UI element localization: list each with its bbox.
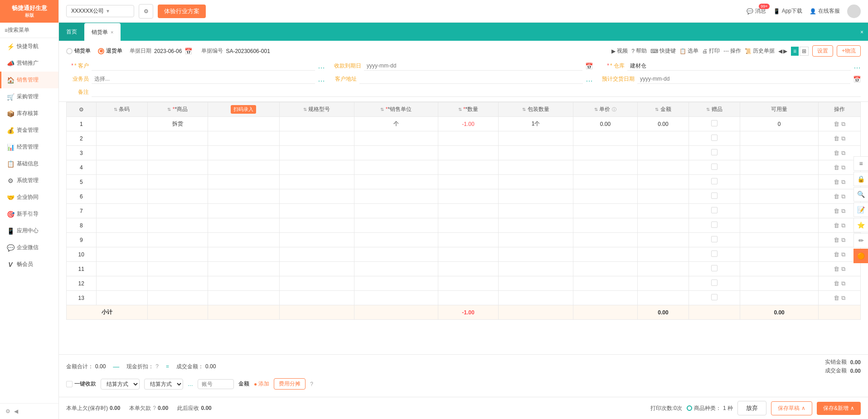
close-tab-icon[interactable]: ×: [111, 29, 113, 35]
gift-checkbox-11[interactable]: [711, 265, 718, 271]
cash-discount-dash[interactable]: —: [113, 363, 119, 370]
gift-checkbox-1[interactable]: [711, 120, 718, 126]
sort-pkg[interactable]: ⇅: [522, 107, 526, 112]
sort-spec[interactable]: ⇅: [303, 107, 307, 112]
customer-dots-icon[interactable]: …: [318, 62, 325, 70]
chevron-icon-orange[interactable]: ∧: [850, 405, 854, 411]
row-qty-2[interactable]: [438, 131, 498, 146]
delete-row-icon-7[interactable]: 🗑: [834, 207, 839, 214]
row-gift-2[interactable]: [689, 131, 740, 146]
delete-row-icon-10[interactable]: 🗑: [834, 251, 839, 258]
row-spec-1[interactable]: [279, 117, 354, 131]
right-float-btn-7[interactable]: 🟠: [853, 249, 868, 263]
sidebar-item-ops-mgmt[interactable]: 📊 经营管理: [0, 139, 58, 155]
warehouse-input[interactable]: [627, 61, 851, 71]
sidebar-item-quick-nav[interactable]: ⚡ 快捷导航: [0, 38, 58, 55]
sidebar-item-marketing[interactable]: 📣 营销推广: [0, 55, 58, 72]
sidebar-item-vip-member[interactable]: V 畅会员: [0, 256, 58, 273]
debt-help-icon[interactable]: ?: [153, 405, 156, 411]
due-date-input[interactable]: [364, 61, 582, 71]
gift-checkbox-13[interactable]: [711, 294, 718, 300]
gift-checkbox-4[interactable]: [711, 164, 718, 170]
next-arrow[interactable]: ▶: [783, 48, 787, 54]
discard-button[interactable]: 放弃: [737, 401, 766, 415]
customer-addr-dots-icon[interactable]: …: [586, 75, 593, 83]
copy-row-icon-11[interactable]: ⧉: [841, 265, 845, 273]
list-view-icon[interactable]: ≡: [791, 47, 799, 56]
gift-checkbox-8[interactable]: [711, 222, 718, 228]
payment-account-select[interactable]: 结算方式: [144, 379, 183, 390]
customer-input[interactable]: [92, 61, 315, 71]
salesperson-input[interactable]: [92, 74, 315, 84]
save-new-button[interactable]: 保存&新增 ∧: [817, 402, 861, 415]
gift-checkbox-7[interactable]: [711, 207, 718, 213]
message-action[interactable]: 💬 消息 99+: [747, 7, 766, 15]
help-action[interactable]: ? 帮助: [631, 47, 647, 55]
sidebar-item-purchase-mgmt[interactable]: 🛒 采购管理: [0, 88, 58, 105]
user-avatar[interactable]: [847, 5, 861, 18]
sidebar-collapse-icon[interactable]: ◀: [14, 408, 18, 414]
delete-row-icon-13[interactable]: 🗑: [834, 294, 839, 301]
sidebar-item-corp-collab[interactable]: 🤝 企业协同: [0, 189, 58, 206]
col-scan[interactable]: 扫码录入: [208, 102, 279, 117]
copy-row-icon-13[interactable]: ⧉: [841, 294, 845, 302]
logistics-button[interactable]: +物流: [837, 45, 861, 57]
sort-price[interactable]: ⇅: [594, 107, 598, 112]
add-payment-button[interactable]: ● 添加: [254, 380, 269, 388]
row-barcode-1[interactable]: [96, 117, 147, 131]
sidebar-item-inventory[interactable]: 📦 库存核算: [0, 105, 58, 122]
right-float-btn-1[interactable]: ≡: [853, 156, 868, 171]
right-float-btn-3[interactable]: 🔍: [853, 187, 868, 202]
delete-row-icon-1[interactable]: 🗑: [834, 120, 839, 127]
sort-qty[interactable]: ⇅: [458, 107, 462, 112]
date-calendar-icon[interactable]: 📅: [184, 48, 192, 55]
settings-button[interactable]: 设置: [812, 45, 833, 57]
right-float-btn-2[interactable]: 🔒: [853, 172, 868, 186]
sort-gift[interactable]: ⇅: [706, 107, 710, 112]
row-spec-2[interactable]: [279, 131, 354, 146]
sort-barcode[interactable]: ⇅: [114, 107, 117, 112]
gift-checkbox-5[interactable]: [711, 178, 718, 184]
sort-amount[interactable]: ⇅: [655, 107, 659, 112]
topbar-settings-button[interactable]: ⚙: [139, 4, 153, 19]
salesperson-dots-icon[interactable]: …: [318, 75, 325, 83]
app-download-action[interactable]: 📱 App下载: [773, 7, 802, 15]
warehouse-dots-icon[interactable]: …: [853, 62, 861, 70]
delete-row-icon-3[interactable]: 🗑: [834, 149, 839, 156]
row-amount-1[interactable]: 0.00: [637, 117, 689, 131]
row-gift-1[interactable]: [689, 117, 740, 131]
prev-arrow[interactable]: ◀: [778, 48, 782, 54]
copy-row-icon-8[interactable]: ⧉: [841, 222, 845, 229]
payment-method-select[interactable]: 结算方式: [101, 379, 140, 390]
copy-row-icon-10[interactable]: ⧉: [841, 251, 845, 258]
row-unit-2[interactable]: [354, 131, 438, 146]
close-all-icon[interactable]: ×: [860, 29, 863, 35]
copy-row-icon-2[interactable]: ⧉: [841, 135, 845, 142]
row-pkg-2[interactable]: [499, 131, 573, 146]
grid-view-icon[interactable]: ⊞: [800, 47, 809, 56]
expense-help-icon[interactable]: ?: [310, 381, 313, 387]
tab-home[interactable]: 首页: [59, 23, 84, 41]
try-industry-button[interactable]: 体验行业方案: [158, 5, 206, 18]
sort-unit[interactable]: ⇅: [380, 107, 384, 112]
delete-row-icon-11[interactable]: 🗑: [834, 265, 839, 272]
row-pkg-1[interactable]: 1个: [499, 117, 573, 131]
gift-checkbox-2[interactable]: [711, 135, 718, 141]
row-qty-1[interactable]: -1.00: [438, 117, 498, 131]
copy-row-icon-5[interactable]: ⧉: [841, 178, 845, 186]
delete-row-icon-6[interactable]: 🗑: [834, 193, 839, 200]
copy-row-icon-9[interactable]: ⧉: [841, 236, 845, 244]
sidebar-item-search-order[interactable]: ≡ 搜索菜单: [0, 23, 58, 38]
radio-sales-order[interactable]: 销货单: [66, 47, 91, 55]
save-draft-button[interactable]: 保存草稿 ∧: [771, 401, 812, 415]
notes-input[interactable]: [92, 87, 861, 97]
sidebar-item-sales-mgmt[interactable]: 🏠 销售管理: [0, 72, 58, 88]
gift-checkbox-10[interactable]: [711, 250, 718, 257]
chevron-icon[interactable]: ∧: [801, 405, 805, 411]
expected-delivery-calendar-icon[interactable]: 📅: [853, 76, 861, 83]
sidebar-settings-icon[interactable]: ⚙: [5, 408, 10, 414]
row-price-1[interactable]: 0.00: [573, 117, 638, 131]
expense-split-button[interactable]: 费用分摊: [274, 378, 305, 390]
row-unit-1[interactable]: 个: [354, 117, 438, 131]
online-support-action[interactable]: 👤 在线客服: [810, 7, 840, 15]
